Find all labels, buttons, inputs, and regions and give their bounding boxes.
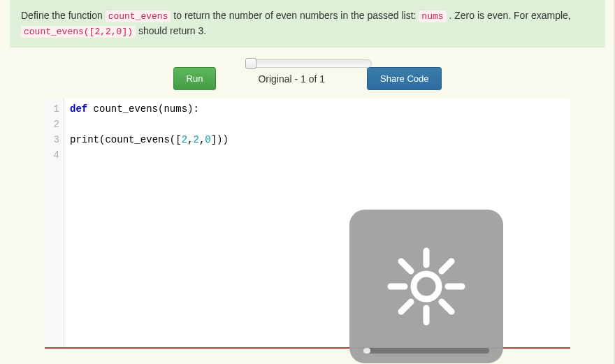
history-slider[interactable]	[246, 59, 372, 68]
brightness-overlay	[349, 210, 503, 363]
brightness-bar-fill	[363, 348, 370, 354]
line-number: 2	[45, 117, 64, 132]
instr-text-2: to return the number of even numbers in …	[171, 10, 419, 21]
slider-thumb[interactable]	[245, 58, 256, 69]
brightness-icon	[381, 241, 472, 332]
code-line-2	[70, 117, 565, 132]
instr-text-1: Define the function	[21, 10, 106, 21]
svg-line-8	[442, 261, 451, 271]
share-code-button[interactable]: Share Code	[367, 67, 442, 90]
svg-line-7	[401, 302, 411, 312]
revision-counter: Original - 1 of 1	[258, 73, 325, 85]
code-line-4	[70, 147, 565, 163]
run-button[interactable]: Run	[173, 67, 217, 90]
line-gutter: 1 2 3 4	[45, 99, 64, 347]
instructions-box: Define the function count_evens to retur…	[10, 0, 605, 48]
slider-wrap	[246, 59, 372, 68]
instr-code-2: nums	[419, 10, 446, 22]
line-number: 3	[45, 132, 64, 147]
code-line-1: def count_evens(nums):	[70, 101, 565, 117]
instr-code-1: count_evens	[106, 10, 171, 22]
brightness-bar	[363, 348, 489, 354]
instr-code-3: count_evens([2,2,0])	[21, 26, 136, 38]
app-container: Define the function count_evens to retur…	[0, 0, 615, 364]
controls-row: Run Original - 1 of 1 Share Code	[0, 48, 615, 99]
line-number: 4	[45, 147, 64, 163]
svg-line-5	[401, 261, 411, 271]
svg-line-6	[442, 302, 451, 312]
instr-text-3: . Zero is even. For example,	[447, 10, 571, 21]
svg-point-0	[414, 274, 439, 299]
instr-text-4: should return 3.	[136, 25, 206, 36]
code-line-3: print(count_evens([2,2,0]))	[70, 132, 565, 147]
line-number: 1	[45, 101, 64, 117]
